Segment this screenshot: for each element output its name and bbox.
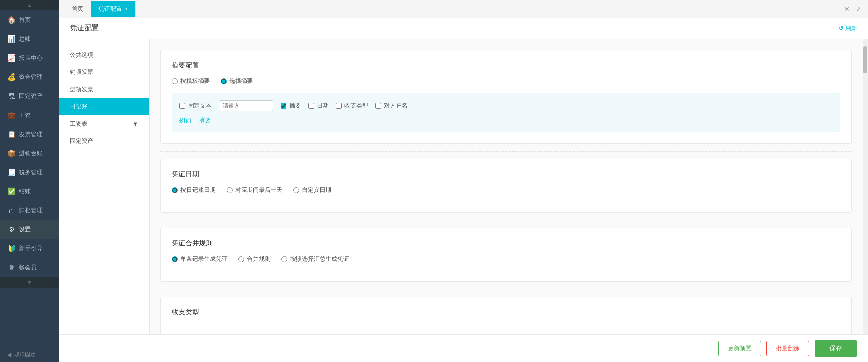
sidebar-item-tax[interactable]: 🧾 税务管理 (0, 163, 59, 182)
left-nav-item-payroll[interactable]: 工资表 ▼ (59, 115, 149, 132)
scroll-thumb[interactable] (863, 46, 867, 73)
left-nav-item-sales-invoice[interactable]: 销项发票 (59, 64, 149, 81)
sidebar-item-ledger[interactable]: 📊 总账 (0, 29, 59, 49)
report-icon: 📈 (7, 54, 15, 62)
checkbox-counterparty-input[interactable] (375, 103, 381, 109)
content-area: 公共选项 销项发票 进项发票 日记账 工资表 ▼ 固定资产 摘要配置 (59, 39, 868, 334)
checkbox-fixed-text-label-text: 固定文本 (188, 102, 212, 110)
radio-merge-input[interactable] (238, 256, 244, 262)
checkbox-income-type-label[interactable]: 收支类型 (336, 102, 368, 110)
archive-icon: 🗂 (7, 207, 15, 215)
left-nav-item-purchase-invoice[interactable]: 进项发票 (59, 81, 149, 98)
checkbox-date-input[interactable] (308, 103, 314, 109)
sidebar-item-home[interactable]: 🏠 首页 (0, 10, 59, 29)
refresh-button[interactable]: ↺ 刷新 (839, 24, 857, 33)
sidebar-label-assets: 固定资产 (19, 92, 43, 100)
left-nav-item-fixed-assets[interactable]: 固定资产 (59, 132, 149, 150)
sidebar-item-salary[interactable]: 💼 工资 (0, 106, 59, 125)
page-header: 凭证配置 ↺ 刷新 (59, 18, 868, 39)
radio-custom-date-label[interactable]: 自定义日期 (293, 186, 331, 194)
sidebar-item-assets[interactable]: 🏗 固定资产 (0, 87, 59, 106)
checkbox-fixed-text-label[interactable]: 固定文本 (179, 102, 212, 110)
update-preview-button[interactable]: 更新预置 (718, 341, 761, 356)
tax-icon: 🧾 (7, 168, 15, 176)
voucher-date-title: 凭证日期 (172, 170, 840, 179)
summary-section-title: 摘要配置 (172, 61, 840, 70)
checkbox-summary-label-text: 摘要 (289, 102, 301, 110)
radio-aggregate-text: 按照选择汇总生成凭证 (290, 255, 349, 263)
checkbox-counterparty-label[interactable]: 对方户名 (375, 102, 407, 110)
tab-voucher-config[interactable]: 凭证配置 × (91, 1, 136, 17)
voucher-date-radio-group: 按日记账日期 对应期间最后一天 自定义日期 (172, 186, 840, 194)
checkbox-fixed-text-input[interactable] (179, 103, 185, 109)
refresh-icon: ↺ (839, 25, 844, 32)
window-resize-button[interactable]: ⤢ (854, 5, 863, 13)
sidebar-item-archive[interactable]: 🗂 归档管理 (0, 201, 59, 220)
income-type-section: 收支类型 (160, 297, 852, 334)
merge-rule-radio-group: 单条记录生成凭证 合并规则 按照选择汇总生成凭证 (172, 255, 840, 263)
sidebar-item-sales-ledger[interactable]: 📦 进销台账 (0, 144, 59, 163)
checkbox-summary-input[interactable] (281, 103, 286, 109)
radio-single-text: 单条记录生成凭证 (180, 255, 228, 263)
left-nav-label-sales-invoice: 销项发票 (70, 68, 93, 76)
radio-aggregate-label[interactable]: 按照选择汇总生成凭证 (281, 255, 349, 263)
radio-select-text: 选择摘要 (229, 77, 253, 85)
merge-rule-section: 凭证合并规则 单条记录生成凭证 合并规则 按照选择汇总生成凭证 (160, 228, 852, 282)
window-close-button[interactable]: ✕ (843, 5, 851, 13)
example-value: 摘要 (199, 117, 211, 124)
right-content: 摘要配置 按模板摘要 选择摘要 固定文本 (150, 39, 863, 334)
sidebar-item-funds[interactable]: 💰 资金管理 (0, 68, 59, 87)
sidebar-item-invoice-mgmt[interactable]: 📋 发票管理 (0, 125, 59, 144)
radio-by-journal-input[interactable] (172, 187, 178, 193)
main-area: 首页 凭证配置 × ✕ ⤢ 凭证配置 ↺ 刷新 公共选项 销项发票 进项 (59, 0, 868, 362)
sidebar-label-member: 畅会员 (19, 264, 37, 272)
checkbox-income-type-input[interactable] (336, 103, 342, 109)
radio-select-input[interactable] (221, 78, 227, 84)
radio-single-input[interactable] (172, 256, 178, 262)
tab-home[interactable]: 首页 (64, 1, 91, 17)
radio-single-label[interactable]: 单条记录生成凭证 (172, 255, 228, 263)
sidebar-item-settlement[interactable]: ✅ 结账 (0, 182, 59, 201)
radio-select-label[interactable]: 选择摘要 (221, 77, 253, 85)
tab-close-icon[interactable]: × (125, 6, 128, 12)
sidebar-unpin-button[interactable]: ◀ 取消固定 (0, 347, 59, 362)
radio-last-day-input[interactable] (227, 187, 233, 193)
funds-icon: 💰 (7, 73, 15, 81)
sidebar-label-invoice-mgmt: 发票管理 (19, 130, 43, 138)
sidebar-label-tax: 税务管理 (19, 168, 43, 176)
voucher-date-section: 凭证日期 按日记账日期 对应期间最后一天 自定义日期 (160, 159, 852, 213)
radio-custom-date-input[interactable] (293, 187, 299, 193)
sidebar-item-report[interactable]: 📈 报表中心 (0, 49, 59, 68)
save-button[interactable]: 保存 (815, 340, 857, 357)
example-text: 例如： 摘要 (179, 117, 833, 125)
sidebar-label-funds: 资金管理 (19, 73, 43, 81)
sidebar-item-member[interactable]: ♛ 畅会员 (0, 258, 59, 277)
checkbox-date-label[interactable]: 日期 (308, 102, 329, 110)
radio-last-day-text: 对应期间最后一天 (235, 186, 282, 194)
radio-last-day-label[interactable]: 对应期间最后一天 (227, 186, 282, 194)
checkbox-income-type-label-text: 收支类型 (344, 102, 368, 110)
unpin-label: 取消固定 (14, 351, 36, 358)
sidebar-scroll-up[interactable]: ▲ (0, 0, 59, 10)
checkbox-summary-label[interactable]: 摘要 (281, 102, 301, 110)
radio-template-label[interactable]: 按模板摘要 (172, 77, 210, 85)
sidebar-item-settings[interactable]: ⚙ 设置 (0, 220, 59, 239)
radio-merge-label[interactable]: 合并规则 (238, 255, 271, 263)
sidebar-label-report: 报表中心 (19, 54, 43, 62)
radio-merge-text: 合并规则 (247, 255, 271, 263)
summary-radio-group: 按模板摘要 选择摘要 (172, 77, 840, 85)
radio-aggregate-input[interactable] (281, 256, 287, 262)
sales-ledger-icon: 📦 (7, 149, 15, 157)
left-nav-item-journal[interactable]: 日记账 (59, 98, 149, 115)
divider-2 (160, 220, 852, 220)
sidebar-item-guide[interactable]: 🔰 新手引导 (0, 239, 59, 258)
left-nav-item-public[interactable]: 公共选项 (59, 46, 149, 64)
fixed-text-input[interactable] (219, 100, 273, 111)
left-nav-label-public: 公共选项 (70, 51, 93, 59)
guide-icon: 🔰 (7, 245, 15, 253)
radio-by-journal-label[interactable]: 按日记账日期 (172, 186, 216, 194)
radio-template-input[interactable] (172, 78, 178, 84)
batch-delete-button[interactable]: 批量删除 (766, 341, 809, 356)
divider-3 (160, 289, 852, 289)
sidebar-scroll-down[interactable]: ▼ (0, 277, 59, 288)
